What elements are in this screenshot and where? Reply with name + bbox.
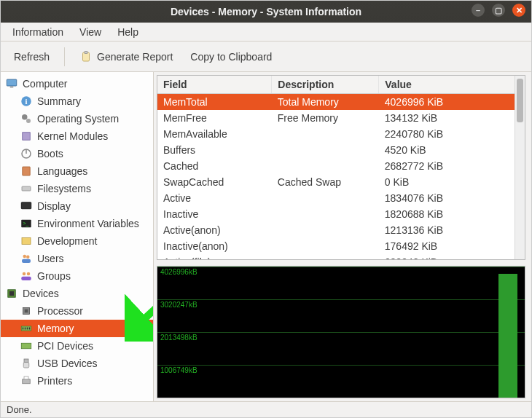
module-icon: [20, 130, 33, 143]
table-row[interactable]: Inactive1820688 KiB: [157, 206, 515, 222]
sidebar-item-label: Users: [37, 253, 64, 264]
table-row[interactable]: Inactive(anon)176492 KiB: [157, 238, 515, 254]
menu-view[interactable]: View: [72, 24, 109, 40]
cell-value: 620940 KiB: [379, 254, 515, 259]
copy-clipboard-label: Copy to Clipboard: [190, 51, 272, 63]
sidebar-item-operating-system[interactable]: Operating System: [1, 110, 153, 127]
sidebar-item-users[interactable]: Users: [1, 250, 153, 267]
menu-information[interactable]: Information: [5, 24, 71, 40]
table-row[interactable]: Active(file)620940 KiB: [157, 254, 515, 259]
table-row[interactable]: MemFreeFree Memory134132 KiB: [157, 110, 515, 126]
cell-field: Buffers: [157, 142, 272, 158]
svg-point-6: [22, 114, 28, 120]
svg-point-7: [26, 119, 31, 123]
generate-report-label: Generate Report: [97, 51, 173, 63]
sidebar-section-devices[interactable]: Devices: [1, 285, 153, 302]
svg-text:>_: >_: [23, 221, 29, 226]
sidebar-item-kernel-modules[interactable]: Kernel Modules: [1, 127, 153, 145]
generate-report-button[interactable]: Generate Report: [74, 47, 179, 66]
sidebar-item-label: Memory: [37, 323, 74, 334]
sidebar-item-boots[interactable]: Boots: [1, 145, 153, 162]
cell-value: 176492 KiB: [379, 238, 515, 254]
maximize-button[interactable]: ▢: [492, 4, 505, 17]
data-grid[interactable]: Field Description Value MemTotalTotal Me…: [157, 76, 515, 259]
chart-tick-label: 3020247kB: [160, 301, 197, 309]
sidebar-item-label: Filesystems: [37, 183, 91, 194]
grid-scrollbar-thumb[interactable]: [517, 79, 523, 122]
cell-value: 1820688 KiB: [379, 206, 515, 222]
users-icon: [20, 252, 33, 265]
cell-value: 134132 KiB: [379, 110, 515, 126]
sidebar-item-summary[interactable]: iSummary: [1, 92, 153, 110]
svg-rect-3: [10, 87, 14, 88]
cell-field: Inactive(anon): [157, 238, 272, 254]
svg-text:i: i: [26, 98, 28, 106]
minimize-button[interactable]: –: [472, 4, 485, 17]
chart-gridline: [157, 365, 525, 366]
cell-description: [272, 126, 379, 142]
info-icon: i: [20, 95, 33, 108]
toolbar-separator: [64, 47, 65, 66]
power-icon: [20, 147, 33, 160]
table-row[interactable]: MemAvailable2240780 KiB: [157, 126, 515, 142]
svg-rect-2: [7, 79, 17, 86]
svg-rect-36: [24, 376, 28, 379]
grid-scrollbar[interactable]: [515, 76, 525, 259]
data-grid-wrap: Field Description Value MemTotalTotal Me…: [157, 75, 525, 260]
svg-point-20: [23, 272, 26, 276]
chart-bar: [498, 274, 517, 398]
sidebar-item-development[interactable]: Development: [1, 232, 153, 250]
menu-help[interactable]: Help: [110, 24, 146, 40]
cell-field: Active(file): [157, 254, 272, 259]
sidebar-item-label: Printers: [37, 375, 72, 387]
table-row[interactable]: Cached2682772 KiB: [157, 158, 515, 174]
cell-field: SwapCached: [157, 174, 272, 190]
sidebar-item-memory[interactable]: Memory: [1, 320, 153, 337]
cell-description: [272, 222, 379, 238]
svg-rect-30: [27, 328, 28, 330]
sidebar-item-languages[interactable]: Languages: [1, 162, 153, 180]
copy-clipboard-button[interactable]: Copy to Clipboard: [184, 48, 278, 66]
sidebar-item-processor[interactable]: Processor: [1, 302, 153, 320]
sidebar-section-computer[interactable]: Computer: [1, 75, 153, 92]
sidebar-section-label: Computer: [23, 78, 67, 90]
svg-rect-16: [22, 238, 31, 245]
grid-header-value[interactable]: Value: [379, 76, 515, 94]
sidebar-item-printers[interactable]: Printers: [1, 372, 153, 390]
cell-description: Cached Swap: [272, 174, 379, 190]
sidebar-item-label: Environment Variables: [37, 218, 139, 229]
cell-field: Inactive: [157, 206, 272, 222]
close-button[interactable]: ✕: [512, 4, 525, 17]
menubar: Information View Help: [1, 23, 531, 42]
sidebar-item-display[interactable]: Display: [1, 197, 153, 215]
sidebar-item-filesystems[interactable]: Filesystems: [1, 180, 153, 197]
cell-field: MemAvailable: [157, 126, 272, 142]
sidebar-item-label: Operating System: [37, 113, 119, 125]
sidebar-item-groups[interactable]: Groups: [1, 267, 153, 285]
chart-tick-label: 1006749kB: [160, 366, 197, 374]
sidebar-item-label: Display: [37, 200, 71, 212]
status-text: Done.: [7, 404, 32, 415]
table-row[interactable]: Active(anon)1213136 KiB: [157, 222, 515, 238]
refresh-label: Refresh: [14, 51, 50, 63]
table-row[interactable]: MemTotalTotal Memory4026996 KiB: [157, 94, 515, 111]
grid-header-field[interactable]: Field: [157, 76, 272, 94]
cell-value: 2682772 KiB: [379, 158, 515, 174]
refresh-button[interactable]: Refresh: [8, 48, 55, 66]
svg-rect-26: [25, 309, 28, 313]
table-row[interactable]: Active1834076 KiB: [157, 190, 515, 206]
table-row[interactable]: SwapCachedCached Swap0 KiB: [157, 174, 515, 190]
svg-rect-32: [21, 343, 31, 349]
sidebar-item-usb-devices[interactable]: USB Devices: [1, 355, 153, 372]
grid-header-description[interactable]: Description: [272, 76, 379, 94]
sidebar[interactable]: ComputeriSummaryOperating SystemKernel M…: [1, 72, 154, 401]
sidebar-item-label: Summary: [37, 95, 81, 107]
sidebar-item-pci-devices[interactable]: PCI Devices: [1, 337, 153, 355]
cell-description: [272, 254, 379, 259]
window-controls: – ▢ ✕: [472, 4, 525, 17]
svg-rect-19: [22, 259, 31, 263]
memory-chart: 4026996kB3020247kB2013498kB1006749kB: [157, 266, 525, 398]
sidebar-item-environment-variables[interactable]: >_Environment Variables: [1, 215, 153, 232]
table-row[interactable]: Buffers4520 KiB: [157, 142, 515, 158]
svg-rect-35: [23, 379, 31, 384]
